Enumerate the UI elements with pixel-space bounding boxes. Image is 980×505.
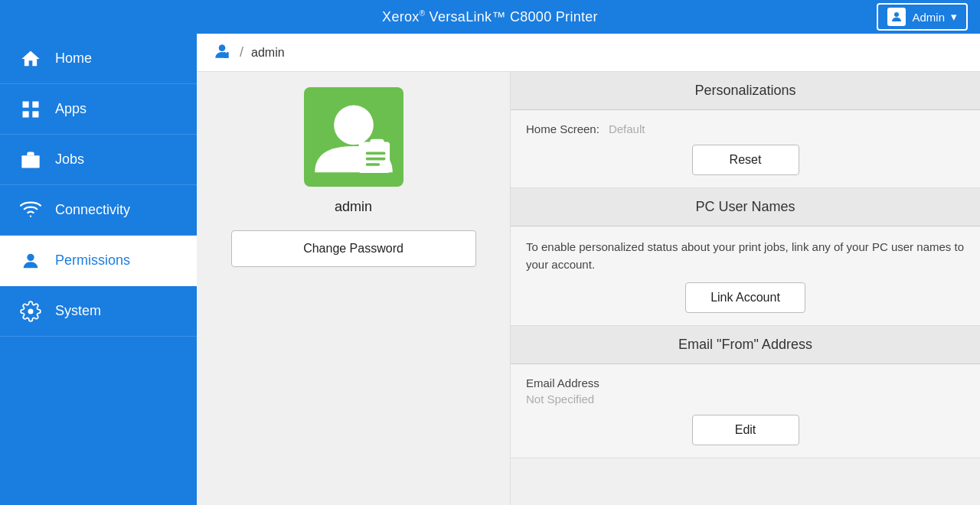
email-address-value: Not Specified bbox=[526, 393, 965, 406]
sidebar-label-permissions: Permissions bbox=[55, 252, 130, 269]
sidebar-label-connectivity: Connectivity bbox=[55, 202, 130, 218]
sidebar-label-system: System bbox=[55, 303, 101, 319]
svg-rect-2 bbox=[32, 101, 38, 107]
jobs-icon bbox=[18, 149, 43, 171]
pc-user-names-header: PC User Names bbox=[511, 188, 980, 226]
sidebar-item-jobs[interactable]: Jobs bbox=[0, 135, 197, 185]
email-from-header: Email "From" Address bbox=[511, 326, 980, 364]
edit-email-button[interactable]: Edit bbox=[692, 415, 799, 445]
email-from-body: Email Address Not Specified Edit bbox=[511, 364, 980, 458]
connectivity-icon bbox=[18, 200, 43, 221]
link-account-button[interactable]: Link Account bbox=[685, 282, 805, 313]
sidebar-item-system[interactable]: System bbox=[0, 286, 197, 337]
sidebar-item-permissions[interactable]: Permissions bbox=[0, 236, 197, 286]
main-layout: Home Apps Jobs Connectivity bbox=[0, 34, 980, 505]
svg-rect-14 bbox=[370, 139, 384, 145]
home-icon bbox=[18, 48, 43, 70]
svg-rect-1 bbox=[23, 101, 29, 107]
breadcrumb-label: admin bbox=[251, 46, 285, 60]
personalizations-header: Personalizations bbox=[511, 72, 980, 110]
home-screen-label: Home Screen: bbox=[526, 122, 599, 135]
personalizations-body: Home Screen: Default Reset bbox=[511, 110, 980, 188]
admin-avatar-icon bbox=[887, 8, 906, 26]
sidebar: Home Apps Jobs Connectivity bbox=[0, 34, 197, 505]
change-password-button[interactable]: Change Password bbox=[231, 230, 476, 267]
sidebar-label-apps: Apps bbox=[55, 101, 87, 117]
breadcrumb-icon bbox=[212, 41, 232, 64]
breadcrumb: / admin bbox=[197, 34, 980, 72]
svg-point-11 bbox=[334, 105, 374, 145]
header-title: Xerox® VersaLink™ C8000 Printer bbox=[382, 9, 598, 25]
permissions-icon bbox=[18, 250, 43, 272]
admin-label: Admin bbox=[912, 11, 945, 24]
header: Xerox® VersaLink™ C8000 Printer Admin ▾ bbox=[0, 0, 980, 34]
svg-rect-3 bbox=[23, 111, 29, 117]
chevron-down-icon: ▾ bbox=[951, 10, 957, 24]
right-panel: Personalizations Home Screen: Default Re… bbox=[511, 72, 980, 505]
personalizations-section: Personalizations Home Screen: Default Re… bbox=[511, 72, 980, 188]
breadcrumb-separator: / bbox=[240, 44, 243, 60]
admin-button[interactable]: Admin ▾ bbox=[877, 3, 968, 31]
sidebar-item-apps[interactable]: Apps bbox=[0, 84, 197, 135]
pc-user-names-description: To enable personalized status about your… bbox=[526, 239, 965, 273]
pc-user-names-body: To enable personalized status about your… bbox=[511, 226, 980, 326]
sidebar-label-home: Home bbox=[55, 50, 92, 67]
home-screen-value: Default bbox=[609, 122, 645, 135]
email-from-section: Email "From" Address Email Address Not S… bbox=[511, 326, 980, 458]
svg-point-0 bbox=[894, 12, 899, 17]
email-address-label: Email Address bbox=[526, 376, 965, 389]
system-icon bbox=[18, 301, 43, 322]
apps-icon bbox=[18, 99, 43, 120]
avatar bbox=[304, 87, 403, 187]
sidebar-item-home[interactable]: Home bbox=[0, 34, 197, 84]
page-body: admin Change Password Personalizations H… bbox=[197, 72, 980, 505]
pc-user-names-section: PC User Names To enable personalized sta… bbox=[511, 188, 980, 326]
reset-button[interactable]: Reset bbox=[692, 145, 799, 175]
brand-rest: VersaLink™ C8000 Printer bbox=[425, 9, 598, 24]
username-text: admin bbox=[335, 199, 372, 215]
sidebar-item-connectivity[interactable]: Connectivity bbox=[0, 185, 197, 236]
svg-point-9 bbox=[219, 44, 226, 51]
svg-rect-10 bbox=[224, 52, 229, 58]
svg-rect-4 bbox=[32, 111, 38, 117]
svg-point-8 bbox=[27, 253, 34, 260]
svg-rect-13 bbox=[361, 145, 387, 170]
brand-name: Xerox bbox=[382, 9, 420, 24]
left-panel: admin Change Password bbox=[197, 72, 511, 505]
sidebar-label-jobs: Jobs bbox=[55, 152, 84, 168]
content-area: / admin admin Ch bbox=[197, 34, 980, 505]
